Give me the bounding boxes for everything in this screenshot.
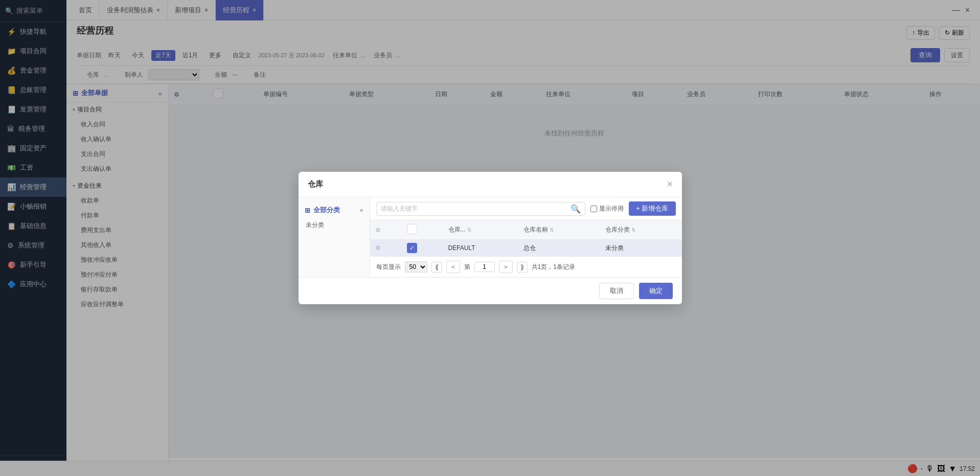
row-category: 未分类 [600, 240, 682, 257]
modal-col-gear[interactable]: ⚙ [370, 220, 402, 240]
row-name: 总仓 [518, 240, 600, 257]
modal-left-panel: ⊞ 全部分类 « 未分类 [299, 197, 370, 277]
modal-right-panel: 🔍 显示停用 + 新增仓库 ⚙ [370, 197, 682, 277]
modal-close-button[interactable]: × [667, 179, 673, 190]
modal-search-input[interactable] [381, 205, 568, 212]
row-code: DEFAULT [443, 240, 518, 257]
modal-page-label: 第 [464, 263, 470, 271]
warehouse-modal: 仓库 × ⊞ 全部分类 « 未分类 [299, 172, 682, 304]
modal-overlay: 仓库 × ⊞ 全部分类 « 未分类 [0, 0, 980, 476]
modal-page-input[interactable] [474, 262, 495, 272]
row-gear-cell: ⚙ [370, 240, 402, 257]
modal-gear-icon: ⚙ [375, 226, 381, 234]
show-disabled-group: 显示停用 [590, 205, 624, 213]
modal-pagination: 每页显示 50 ⟪ ＜ 第 ＞ ⟫ 共1页，1条记录 [370, 256, 682, 277]
modal-header-checkbox[interactable] [407, 224, 417, 234]
modal-actions: 取消 确定 [299, 277, 682, 304]
row-gear-icon: ⚙ [375, 244, 381, 252]
row-checkbox-cell[interactable]: ✓ [402, 240, 443, 257]
modal-col-checkbox[interactable] [402, 220, 443, 240]
modal-body: ⊞ 全部分类 « 未分类 🔍 显示停用 [299, 197, 682, 277]
modal-title: 仓库 [308, 179, 323, 189]
modal-prev-btn[interactable]: ＜ [446, 261, 460, 273]
modal-confirm-button[interactable]: 确定 [639, 283, 673, 299]
modal-search-icon: 🔍 [571, 204, 581, 214]
modal-category-uncategorized[interactable]: 未分类 [299, 218, 370, 233]
modal-col-code: 仓库... ⇅ [443, 220, 518, 240]
modal-grid-icon: ⊞ [305, 207, 310, 214]
add-warehouse-button[interactable]: + 新增仓库 [629, 201, 675, 216]
modal-col-name: 仓库名称 ⇅ [518, 220, 600, 240]
modal-data-table: ⚙ 仓库... ⇅ 仓库名称 [370, 220, 682, 256]
modal-next-btn[interactable]: ＞ [499, 261, 513, 273]
modal-last-btn[interactable]: ⟫ [517, 262, 528, 273]
modal-toolbar: 🔍 显示停用 + 新增仓库 [370, 197, 682, 220]
modal-first-btn[interactable]: ⟪ [431, 262, 442, 273]
modal-cancel-button[interactable]: 取消 [599, 283, 634, 299]
modal-left-header: ⊞ 全部分类 « [299, 202, 370, 218]
row-checkbox[interactable]: ✓ [407, 243, 417, 253]
table-row[interactable]: ⚙ ✓ DEFAULT 总仓 未分类 [370, 240, 682, 257]
modal-header: 仓库 × [299, 172, 682, 197]
col-category-sort-icon: ⇅ [631, 227, 635, 233]
modal-panel-toggle[interactable]: « [360, 207, 363, 214]
modal-table-container: ⚙ 仓库... ⇅ 仓库名称 [370, 220, 682, 256]
modal-per-page-select[interactable]: 50 [405, 261, 427, 273]
modal-search-box: 🔍 [376, 202, 586, 216]
show-disabled-checkbox[interactable] [590, 206, 597, 212]
col-code-sort-icon: ⇅ [467, 227, 471, 233]
modal-col-category: 仓库分类 ⇅ [600, 220, 682, 240]
modal-per-page-label: 每页显示 [376, 263, 401, 271]
col-name-sort-icon: ⇅ [550, 227, 554, 233]
modal-total-label: 共1页，1条记录 [532, 263, 575, 271]
